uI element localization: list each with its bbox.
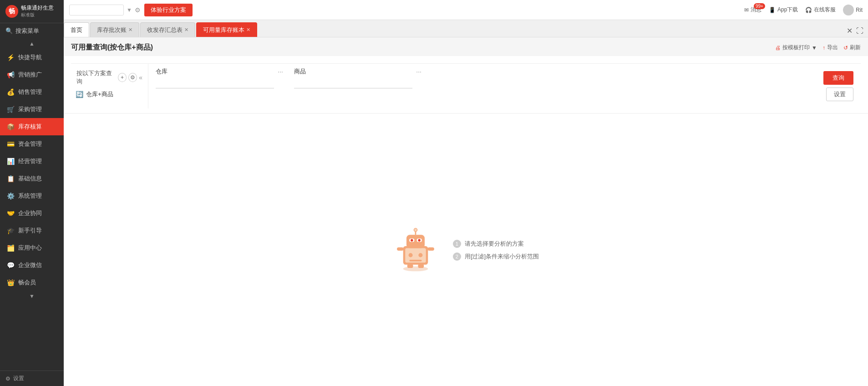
tab-fullscreen-btn[interactable]: ⛶ [856,27,863,35]
svg-point-4 [418,253,422,257]
empty-tips: 1 请先选择要分析的方案 2 用[过滤]条件来缩小分析范围 [453,240,539,261]
tab-receipt-summary-close[interactable]: ✕ [184,27,188,33]
sidebar-item-app-center[interactable]: 🗂️ 应用中心 [0,239,64,257]
scheme-item-icon: 🔄 [76,91,83,98]
app-center-icon: 🗂️ [6,244,15,252]
query-add-scheme-btn[interactable]: + [118,73,127,82]
svg-rect-5 [409,259,421,261]
tabbar-right: ✕ ⛶ [847,26,868,37]
print-btn[interactable]: 🖨 按模板打印 ▼ [775,44,817,51]
sidebar-item-system[interactable]: ⚙️ 系统管理 [0,187,64,205]
page-header: 可用量查询(按仓库+商品) 🖨 按模板打印 ▼ ↑ 导出 ↺ 刷新 [64,37,868,56]
app-download-label: App下载 [777,6,798,14]
sidebar-item-sales[interactable]: 💰 销售管理 [0,83,64,101]
tab-close-btn[interactable]: ✕ [847,26,853,35]
topbar-message[interactable]: ✉ 消息 99+ [744,6,761,14]
topbar-gear-icon[interactable]: ⚙ [135,6,141,14]
scroll-down-btn[interactable]: ▼ [29,293,35,299]
trial-industry-btn[interactable]: 体验行业方案 [144,4,193,16]
query-left-panel: 按以下方案查询 + ⚙ « 🔄 仓库+商品 [71,64,148,108]
page-actions: 🖨 按模板打印 ▼ ↑ 导出 ↺ 刷新 [775,44,861,51]
sidebar-scroll-up[interactable]: ▲ [0,39,64,49]
tab-available-ledger-close[interactable]: ✕ [246,27,250,33]
scroll-up-btn[interactable]: ▲ [29,41,35,47]
warehouse-field: 仓库 ··· [156,67,283,88]
sidebar-item-label: 快捷导航 [18,53,42,62]
empty-tip-1: 1 请先选择要分析的方案 [453,240,539,248]
sidebar-item-purchase[interactable]: 🛒 采购管理 [0,101,64,118]
sidebar-item-inventory[interactable]: 📦 库存核算 [0,118,64,135]
topbar-user[interactable]: Rit [843,5,863,15]
svg-rect-16 [418,264,424,268]
topbar-search-input[interactable] [69,5,124,15]
query-collapse-btn[interactable]: « [139,74,142,81]
member-icon: 👑 [6,278,15,287]
topbar-app-download[interactable]: 📱 App下载 [769,6,798,14]
sidebar-item-member[interactable]: 👑 畅会员 [0,274,64,291]
warehouse-input[interactable] [156,77,274,88]
sidebar-item-quick-nav[interactable]: ⚡ 快捷导航 [0,49,64,66]
main-area: ▼ ⚙ 体验行业方案 ✉ 消息 99+ 📱 App下载 🎧 在线客服 Rit [64,0,868,386]
sidebar-item-finance[interactable]: 💳 资金管理 [0,135,64,153]
logo-icon: 畅 [5,5,18,18]
sidebar-nav: ▲ ⚡ 快捷导航 📢 营销推广 💰 销售管理 🛒 采购管理 📦 库存核算 💳 资… [0,39,64,371]
enterprise-icon: 🤝 [6,209,15,217]
product-field-header: 商品 ··· [294,67,421,76]
warehouse-field-header: 仓库 ··· [156,67,283,76]
sidebar-item-enterprise[interactable]: 🤝 企业协同 [0,205,64,222]
warehouse-label: 仓库 [156,67,168,76]
sidebar-item-label: 系统管理 [18,192,42,200]
sidebar-search[interactable]: 🔍 搜索菜单 [0,23,64,39]
query-btn[interactable]: 查询 [823,71,853,85]
sidebar-bottom[interactable]: ⚙ 设置 [0,371,64,386]
message-icon: ✉ [744,7,749,13]
sidebar-title: 畅康通好生意 标准版 [21,5,54,18]
svg-point-12 [414,228,417,231]
operations-icon: 📊 [6,157,15,165]
query-right-area: 仓库 ··· 商品 ··· [148,64,861,108]
export-label: 导出 [827,44,838,51]
svg-point-10 [418,239,420,241]
tab-home[interactable]: 首页 [64,22,89,37]
product-input[interactable] [294,77,412,88]
tip-text-1: 请先选择要分析的方案 [465,240,524,248]
tab-batch-ledger-close[interactable]: ✕ [128,27,132,33]
sidebar-item-marketing[interactable]: 📢 营销推广 [0,66,64,83]
scheme-item-warehouse-product[interactable]: 🔄 仓库+商品 [71,87,148,101]
settings-icon: ⚙ [5,376,10,382]
tab-home-label: 首页 [71,26,82,34]
svg-point-0 [403,266,428,271]
sidebar-item-label: 销售管理 [18,88,42,96]
app-download-icon: 📱 [769,7,776,13]
export-btn[interactable]: ↑ 导出 [822,44,838,51]
warehouse-more-icon[interactable]: ··· [278,68,283,75]
query-scheme-settings-btn[interactable]: ⚙ [128,73,137,82]
product-label: 商品 [294,67,306,76]
topbar-search-area: ▼ ⚙ [69,5,141,15]
tab-receipt-summary[interactable]: 收发存汇总表 ✕ [140,22,195,37]
product-more-icon[interactable]: ··· [416,68,421,75]
sidebar-item-operations[interactable]: 📊 经营管理 [0,153,64,170]
sidebar-item-newbie[interactable]: 🎓 新手引导 [0,222,64,239]
tab-batch-ledger[interactable]: 库存批次账 ✕ [90,22,139,37]
scheme-item-label: 仓库+商品 [86,90,113,98]
message-badge: 99+ [754,3,765,9]
inventory-icon: 📦 [6,123,15,131]
settings-btn[interactable]: 设置 [826,87,853,101]
topbar-online-service[interactable]: 🎧 在线客服 [805,6,836,14]
system-icon: ⚙️ [6,192,15,200]
dropdown-icon[interactable]: ▼ [127,7,132,13]
tabbar: 首页 库存批次账 ✕ 收发存汇总表 ✕ 可用量库存账本 ✕ ✕ ⛶ [64,20,868,37]
sidebar-item-enterprise-wechat[interactable]: 💬 企业微信 [0,257,64,274]
sales-icon: 💰 [6,88,15,96]
purchase-icon: 🛒 [6,105,15,113]
tab-batch-ledger-label: 库存批次账 [97,26,127,34]
sidebar-item-basic-info[interactable]: 📋 基础信息 [0,170,64,187]
query-action-col: 查询 设置 [816,67,853,105]
refresh-btn[interactable]: ↺ 刷新 [843,44,861,51]
sidebar-scroll-down[interactable]: ▼ [0,291,64,301]
sidebar-item-label: 新手引导 [18,226,42,235]
svg-rect-13 [397,247,404,250]
tab-available-ledger[interactable]: 可用量库存账本 ✕ [196,22,257,37]
sidebar-item-label: 企业微信 [18,261,42,269]
